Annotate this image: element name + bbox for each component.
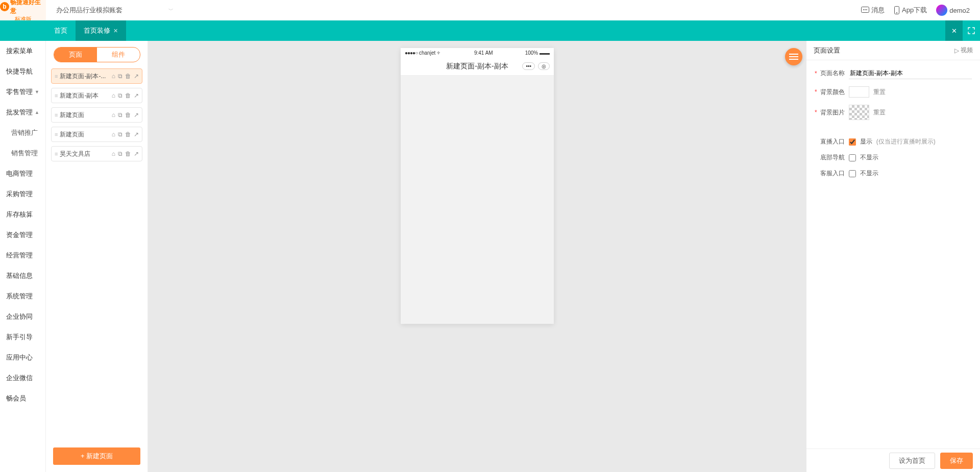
share-icon[interactable]: ↗ [134,73,139,80]
share-icon[interactable]: ↗ [134,131,139,138]
app-download-link[interactable]: App下载 [894,6,927,15]
bg-image-picker[interactable] [849,105,869,120]
nav-collab[interactable]: 企业协同 [0,306,45,327]
nav-system[interactable]: 系统管理 [0,286,45,306]
nav-ecommerce[interactable]: 电商管理 [0,163,45,184]
copy-icon[interactable]: ⧉ [118,73,122,80]
nav-inventory[interactable]: 库存核算 [0,204,45,225]
messages-link[interactable]: 消息 [861,6,885,15]
chat-icon [861,7,869,14]
drag-icon[interactable]: ≡ [55,131,57,137]
seg-page[interactable]: 页面 [54,48,97,62]
drag-icon[interactable]: ≡ [55,112,57,118]
nav-wecom[interactable]: 企业微信 [0,368,45,388]
settings-title: 页面设置 [814,46,840,55]
page-name-input[interactable] [849,67,972,79]
copy-icon[interactable]: ⧉ [118,131,122,138]
drag-icon[interactable]: ≡ [55,151,57,157]
tab-decorate[interactable]: 首页装修 ✕ [76,20,126,41]
nav-basic[interactable]: 基础信息 [0,266,45,286]
home-icon[interactable]: ⌂ [112,73,115,80]
delete-icon[interactable]: 🗑 [125,111,131,119]
nav-finance[interactable]: 资金管理 [0,225,45,245]
delete-icon[interactable]: 🗑 [125,92,131,99]
svg-point-3 [866,9,867,10]
page-component-toggle[interactable]: 页面 组件 [54,47,140,62]
nav-retail[interactable]: 零售管理▼ [0,82,45,102]
phone-icon [894,6,900,14]
home-icon[interactable]: ⌂ [112,111,115,119]
copy-icon[interactable]: ⧉ [118,150,122,157]
home-icon[interactable]: ⌂ [112,150,115,157]
close-panel-button[interactable]: ✕ [945,20,963,41]
page-list-item[interactable]: ≡新建页面-副本⌂⧉🗑↗ [51,88,142,103]
svg-point-2 [865,9,866,10]
copy-icon[interactable]: ⧉ [118,111,122,119]
page-list-item[interactable]: ≡新建页面-副本-...⌂⧉🗑↗ [51,68,142,84]
page-name-label: 新建页面 [60,111,108,120]
svg-point-5 [896,12,897,13]
float-menu-button[interactable] [785,48,802,65]
preview-title: 新建页面-副本-副本 [446,62,508,71]
live-checkbox[interactable] [849,138,856,146]
nav-wholesale[interactable]: 批发管理▲ [0,102,45,123]
wifi-icon: ᯤ [437,50,442,56]
phone-preview: ●●●●○ chanjet ᯤ 9:41 AM 100% ▬▬ 新建页面-副本-… [401,48,554,324]
user-menu[interactable]: demo2 [936,5,970,16]
delete-icon[interactable]: 🗑 [125,131,131,138]
avatar [936,5,947,16]
page-name-label: 新建页面-副本-... [60,72,108,81]
nav-purchase[interactable]: 采购管理 [0,184,45,204]
delete-icon[interactable]: 🗑 [125,150,131,157]
save-button[interactable]: 保存 [940,453,973,469]
delete-icon[interactable]: 🗑 [125,73,131,80]
page-name-label: 昊天文具店 [60,150,108,158]
nav-marketing[interactable]: 营销推广 [0,123,45,143]
page-name-label: 新建页面-副本 [60,91,108,100]
clock: 9:41 AM [474,50,493,56]
service-checkbox[interactable] [849,170,856,177]
new-page-button[interactable]: + 新建页面 [53,447,140,465]
nav-sales[interactable]: 销售管理 [0,143,45,163]
nav-quick[interactable]: 快捷导航 [0,61,45,82]
nav-search[interactable]: 搜索菜单 [0,41,45,61]
page-name-label: 新建页面 [60,130,108,139]
battery-icon: ▬▬ [540,50,550,56]
page-list-item[interactable]: ≡新建页面⌂⧉🗑↗ [51,127,142,142]
close-icon[interactable]: ✕ [113,28,118,34]
tab-home[interactable]: 首页 [46,20,76,41]
ledger-selector[interactable]: 办公用品行业模拟账套 ﹀ [56,6,861,15]
nav-guide[interactable]: 新手引导 [0,327,45,347]
brand-logo: b畅捷通好生意 标准版 [0,0,46,20]
svg-point-1 [863,9,864,10]
share-icon[interactable]: ↗ [134,111,139,119]
home-icon[interactable]: ⌂ [112,92,115,99]
set-home-button[interactable]: 设为首页 [889,453,935,469]
caret-up-icon: ▲ [35,110,39,115]
sidebar-nav: 搜索菜单 快捷导航 零售管理▼ 批发管理▲ 营销推广 销售管理 电商管理 采购管… [0,41,46,472]
bottom-nav-checkbox[interactable] [849,154,856,161]
share-icon[interactable]: ↗ [134,150,139,157]
reset-image[interactable]: 重置 [873,108,886,117]
chevron-down-icon: ﹀ [168,7,174,14]
fullscreen-button[interactable] [963,20,980,41]
nav-member[interactable]: 畅会员 [0,388,45,409]
home-icon[interactable]: ⌂ [112,131,115,138]
target-icon: ◎ [538,62,550,70]
bg-color-swatch[interactable] [849,86,869,98]
reset-color[interactable]: 重置 [873,88,886,97]
caret-down-icon: ▼ [35,89,39,95]
copy-icon[interactable]: ⧉ [118,92,122,99]
video-link[interactable]: ▷视频 [954,46,973,55]
play-icon: ▷ [954,47,959,54]
drag-icon[interactable]: ≡ [55,73,57,79]
drag-icon[interactable]: ≡ [55,92,57,99]
nav-operation[interactable]: 经营管理 [0,245,45,266]
nav-apps[interactable]: 应用中心 [0,347,45,368]
seg-component[interactable]: 组件 [97,48,140,62]
more-icon: ••• [522,62,535,70]
share-icon[interactable]: ↗ [134,92,139,99]
page-list-item[interactable]: ≡昊天文具店⌂⧉🗑↗ [51,146,142,161]
page-list-item[interactable]: ≡新建页面⌂⧉🗑↗ [51,107,142,123]
